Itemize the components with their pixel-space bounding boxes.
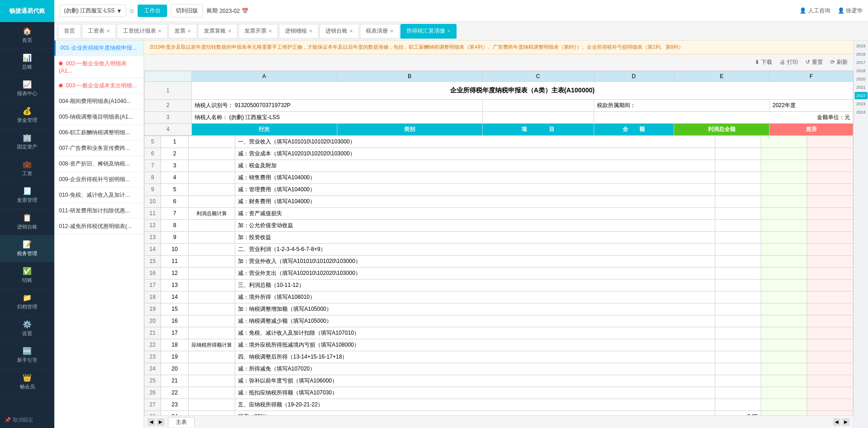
refresh-button[interactable]: ⟳ 刷新 <box>830 58 848 66</box>
sidebar-item-ledger[interactable]: 📊 总账 <box>0 49 54 75</box>
reset-button[interactable]: ↺ 重置 <box>805 58 823 66</box>
cell-lirun[interactable] <box>761 399 807 411</box>
left-panel-item-009[interactable]: 009-企业所得税补亏损明细... <box>54 172 144 188</box>
cell-lirun[interactable] <box>761 291 807 303</box>
cell-lirun[interactable] <box>761 219 807 231</box>
sidebar-item-home[interactable]: 🏠 首页 <box>0 22 54 49</box>
timeline-2016[interactable]: 2016 <box>855 51 868 58</box>
cell-lirun[interactable] <box>761 327 807 339</box>
left-panel-item-007[interactable]: 007-广告费和业务宣传费跨... <box>54 141 144 156</box>
sidebar-item-fund[interactable]: 💰 资金管理 <box>0 102 54 129</box>
timeline-2018[interactable]: 2018 <box>855 67 868 74</box>
left-panel-item-004[interactable]: 004-期间费用明细表(A1040... <box>54 94 144 109</box>
print-button[interactable]: 🖨 打印 <box>780 58 798 66</box>
cell-lirun[interactable] <box>761 339 807 351</box>
tab-invoice-open[interactable]: 发票开票 ✕ <box>238 24 278 39</box>
cell-quane[interactable] <box>715 363 761 375</box>
cell-quane[interactable] <box>715 351 761 363</box>
cell-quane[interactable] <box>715 136 761 148</box>
cell-quane[interactable] <box>715 148 761 160</box>
scroll-left-button[interactable]: ◀ <box>833 418 840 426</box>
sidebar-item-tax[interactable]: 📝 税务管理 <box>0 235 54 262</box>
cell-quane[interactable] <box>715 375 761 387</box>
cell-lirun[interactable] <box>761 351 807 363</box>
tab-payroll-report[interactable]: 工资统计报表 ✕ <box>117 24 168 39</box>
download-button[interactable]: ⬇ 下载 <box>755 58 772 66</box>
timeline-2024[interactable]: 2024 <box>855 108 868 116</box>
cell-quane[interactable] <box>715 267 761 279</box>
left-panel-item-005[interactable]: 005-纳税调整项目明细表(A1... <box>54 109 144 125</box>
tab-tax-clear[interactable]: 税表清册 ✕ <box>360 24 399 39</box>
table-wrapper[interactable]: A B C D E F 1 企业所得税年度纳税申报表（A类）主表(A100000… <box>144 71 853 416</box>
left-panel-item-003[interactable]: 003-一般企业成本支出明细... <box>54 78 144 94</box>
cell-lirun[interactable] <box>761 411 807 415</box>
cell-quane[interactable] <box>715 387 761 399</box>
left-panel-item-001[interactable]: 001-企业所得税年度纳税申报... <box>54 40 144 56</box>
timeline-2019[interactable]: 2019 <box>855 42 868 50</box>
switch-button[interactable]: 切到旧版 <box>171 4 203 17</box>
tab-close[interactable]: ✕ <box>309 29 312 34</box>
tab-close[interactable]: ✕ <box>268 29 272 34</box>
cell-quane[interactable] <box>715 171 761 183</box>
sidebar-item-invoice[interactable]: 🧾 发票管理 <box>0 182 54 209</box>
cell-lirun[interactable] <box>761 207 807 219</box>
timeline-2020[interactable]: 2020 <box>855 75 868 83</box>
cell-lirun[interactable] <box>761 148 807 160</box>
cell-quane[interactable] <box>715 160 761 171</box>
cell-quane[interactable] <box>715 195 761 207</box>
cell-quane[interactable] <box>715 183 761 195</box>
cell-lirun[interactable] <box>761 195 807 207</box>
tab-invoice-calc[interactable]: 发票算账 ✕ <box>198 24 237 39</box>
cell-quane[interactable] <box>715 315 761 327</box>
cell-quane[interactable] <box>715 327 761 339</box>
workbench-button[interactable]: 工作台 <box>138 5 167 17</box>
cell-quane[interactable] <box>715 399 761 411</box>
cell-lirun[interactable] <box>761 183 807 195</box>
sidebar-item-settings[interactable]: ⚙️ 设置 <box>0 315 54 342</box>
sidebar-item-sales[interactable]: 📋 进销台账 <box>0 209 54 235</box>
tab-close[interactable]: ✕ <box>106 29 110 34</box>
cell-lirun[interactable] <box>761 303 807 315</box>
scroll-right-button[interactable]: ▶ <box>842 418 850 426</box>
cell-lirun[interactable] <box>761 136 807 148</box>
sidebar-item-report[interactable]: 📈 报表中心 <box>0 75 54 102</box>
tab-close[interactable]: ✕ <box>158 29 162 34</box>
cell-quane[interactable] <box>715 207 761 219</box>
tab-sales-audit[interactable]: 进销稽核 ✕ <box>279 24 318 39</box>
tab-payroll[interactable]: 工资表 ✕ <box>82 24 116 39</box>
tab-invoice[interactable]: 发票 ✕ <box>168 24 197 39</box>
tab-close[interactable]: ✕ <box>228 29 231 34</box>
timeline-2021[interactable]: 2021 <box>855 84 868 91</box>
tab-close[interactable]: ✕ <box>390 29 393 34</box>
timeline-2022[interactable]: 2022 <box>855 92 868 99</box>
user-service[interactable]: 👤 人工咨询 <box>799 7 830 15</box>
unpin-button[interactable]: 📌 取消固定 <box>0 412 54 428</box>
bottom-tab-main[interactable]: 主表 <box>168 417 195 427</box>
prev-tab-button[interactable]: ◀ <box>148 418 155 426</box>
cell-quane[interactable] <box>715 219 761 231</box>
cell-lirun[interactable] <box>761 243 807 255</box>
cell-lirun[interactable] <box>761 255 807 267</box>
tab-sales-ledger[interactable]: 进销台账 ✕ <box>319 24 359 39</box>
cell-quane[interactable] <box>715 339 761 351</box>
left-panel-item-002[interactable]: 002-一般企业收入明细表(A1... <box>54 56 144 78</box>
cell-lirun[interactable] <box>761 171 807 183</box>
copy-icon[interactable]: ⧉ <box>130 8 134 14</box>
left-panel-item-011[interactable]: 011-研发费用加计扣除优惠... <box>54 203 144 219</box>
cell-lirun[interactable] <box>761 267 807 279</box>
left-panel-item-010[interactable]: 010-免税、减计收入及加计... <box>54 188 144 203</box>
cell-quane[interactable] <box>715 231 761 243</box>
left-panel-item-012[interactable]: 012-减免所得税优惠明细表(... <box>54 219 144 234</box>
user-name[interactable]: 👤 徐逻华 <box>838 7 862 15</box>
timeline-2017[interactable]: 2017 <box>855 59 868 66</box>
cell-lirun[interactable] <box>761 160 807 171</box>
cell-quane[interactable]: 0.25 <box>715 411 761 415</box>
cell-quane[interactable] <box>715 255 761 267</box>
left-panel-item-008[interactable]: 008-资产折旧、摊销及纳税... <box>54 156 144 172</box>
cell-quane[interactable] <box>715 243 761 255</box>
tab-income-tax[interactable]: 所得税汇算清缴 ✕ <box>400 24 457 39</box>
company-selector[interactable]: (勿删) 江西服宝-LSS ▼ <box>60 5 126 17</box>
left-panel-item-006[interactable]: 006-职工薪酬纳税调整明细... <box>54 125 144 141</box>
timeline-2023[interactable]: 2023 <box>855 100 868 108</box>
cell-lirun[interactable] <box>761 231 807 243</box>
